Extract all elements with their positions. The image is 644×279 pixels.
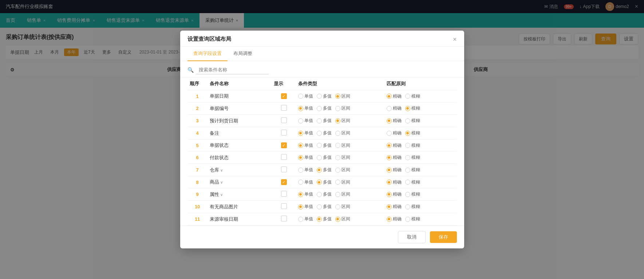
cell-display[interactable] [272, 115, 296, 127]
display-checkbox[interactable] [281, 93, 287, 99]
tab-query-settings[interactable]: 查询字段设置 [187, 47, 228, 61]
match-radio-exact[interactable]: 精确 [387, 130, 402, 136]
cell-display[interactable] [272, 188, 296, 201]
match-radio-exact[interactable]: 精确 [387, 167, 402, 173]
display-checkbox[interactable] [281, 105, 287, 111]
type-radio-range[interactable]: 区间 [335, 105, 350, 111]
type-radio-single[interactable]: 单值 [298, 204, 313, 210]
match-radio-exact[interactable]: 精确 [387, 216, 402, 222]
radio-circle-single [298, 217, 303, 222]
match-radio-fuzzy[interactable]: 模糊 [405, 93, 420, 99]
type-radio-multi[interactable]: 多值 [317, 179, 332, 185]
type-radio-single[interactable]: 单值 [298, 142, 313, 149]
type-radio-range[interactable]: 区间 [335, 154, 350, 161]
match-radio-fuzzy[interactable]: 模糊 [405, 204, 420, 210]
cell-display[interactable] [272, 152, 296, 164]
radio-label-multi: 多值 [323, 118, 332, 124]
radio-label-range: 区间 [341, 216, 350, 222]
cell-display[interactable] [272, 127, 296, 140]
type-radio-multi[interactable]: 多值 [317, 130, 332, 136]
cell-match: 精确模糊 [384, 213, 457, 225]
match-radio-fuzzy[interactable]: 模糊 [405, 130, 420, 136]
type-radio-single[interactable]: 单值 [298, 216, 313, 222]
radio-circle-range [335, 106, 340, 111]
match-radio-fuzzy[interactable]: 模糊 [405, 191, 420, 197]
type-radio-multi[interactable]: 多值 [317, 167, 332, 173]
display-checkbox[interactable] [281, 130, 287, 135]
cell-display[interactable] [272, 164, 296, 176]
display-checkbox[interactable] [281, 191, 287, 197]
type-radio-range[interactable]: 区间 [335, 204, 350, 210]
type-radio-range[interactable]: 区间 [335, 179, 350, 185]
modal-overlay: 设置查询区域布局 × 查询字段设置 布局调整 🔍 顺序 条件名称 [0, 0, 644, 279]
match-radio-fuzzy[interactable]: 模糊 [405, 118, 420, 124]
display-checkbox[interactable] [281, 166, 287, 172]
type-radio-multi[interactable]: 多值 [317, 191, 332, 197]
match-radio-exact[interactable]: 精确 [387, 142, 402, 149]
radio-label-multi: 多值 [323, 216, 332, 222]
match-radio-exact[interactable]: 精确 [387, 93, 402, 99]
type-radio-single[interactable]: 单值 [298, 154, 313, 161]
match-radio-fuzzy[interactable]: 模糊 [405, 167, 420, 173]
type-radio-multi[interactable]: 多值 [317, 93, 332, 99]
cell-display[interactable] [272, 213, 296, 225]
modal-close-btn[interactable]: × [453, 36, 457, 43]
display-checkbox[interactable] [281, 154, 287, 160]
display-checkbox[interactable] [281, 117, 287, 123]
cell-display[interactable] [272, 102, 296, 115]
type-radio-multi[interactable]: 多值 [317, 118, 332, 124]
type-radio-multi[interactable]: 多值 [317, 154, 332, 161]
type-radio-single[interactable]: 单值 [298, 167, 313, 173]
search-icon: 🔍 [187, 67, 194, 73]
type-radio-multi[interactable]: 多值 [317, 216, 332, 222]
type-radio-multi[interactable]: 多值 [317, 142, 332, 149]
type-radio-single[interactable]: 单值 [298, 118, 313, 124]
type-radio-range[interactable]: 区间 [335, 130, 350, 136]
radio-label-match-fuzzy: 模糊 [411, 142, 420, 149]
display-checkbox[interactable] [281, 216, 287, 221]
type-radio-multi[interactable]: 多值 [317, 204, 332, 210]
match-radio-fuzzy[interactable]: 模糊 [405, 142, 420, 149]
match-radio-fuzzy[interactable]: 模糊 [405, 154, 420, 161]
match-radio-exact[interactable]: 精确 [387, 191, 402, 197]
cell-display[interactable] [272, 201, 296, 213]
cell-display[interactable] [272, 90, 296, 102]
search-input[interactable] [196, 66, 269, 74]
cell-display[interactable] [272, 140, 296, 152]
radio-circle-match-fuzzy [405, 180, 410, 185]
type-radio-multi[interactable]: 多值 [317, 105, 332, 111]
radio-circle-range [335, 118, 340, 123]
type-radio-range[interactable]: 区间 [335, 93, 350, 99]
tab-layout-adjust[interactable]: 布局调整 [228, 47, 258, 61]
radio-circle-match-fuzzy [405, 168, 410, 173]
radio-label-match-fuzzy: 模糊 [411, 105, 420, 111]
radio-label-match-exact: 精确 [393, 167, 402, 173]
cell-name: 单据状态 [208, 140, 272, 152]
cell-display[interactable] [272, 176, 296, 188]
type-radio-single[interactable]: 单值 [298, 93, 313, 99]
match-radio-exact[interactable]: 精确 [387, 118, 402, 124]
type-radio-single[interactable]: 单值 [298, 179, 313, 185]
match-radio-exact[interactable]: 精确 [387, 179, 402, 185]
match-radio-exact[interactable]: 精确 [387, 105, 402, 111]
type-radio-single[interactable]: 单值 [298, 105, 313, 111]
type-radio-range[interactable]: 区间 [335, 118, 350, 124]
match-radio-fuzzy[interactable]: 模糊 [405, 216, 420, 222]
display-checkbox[interactable] [281, 203, 287, 209]
display-checkbox[interactable] [281, 179, 287, 185]
type-radio-range[interactable]: 区间 [335, 167, 350, 173]
radio-label-multi: 多值 [323, 142, 332, 149]
match-radio-exact[interactable]: 精确 [387, 204, 402, 210]
match-radio-fuzzy[interactable]: 模糊 [405, 179, 420, 185]
radio-label-match-exact: 精确 [393, 204, 402, 210]
cancel-btn[interactable]: 取消 [398, 231, 426, 243]
type-radio-range[interactable]: 区间 [335, 142, 350, 149]
display-checkbox[interactable] [281, 142, 287, 148]
match-radio-fuzzy[interactable]: 模糊 [405, 105, 420, 111]
match-radio-exact[interactable]: 精确 [387, 154, 402, 161]
save-btn[interactable]: 保存 [430, 231, 457, 243]
type-radio-range[interactable]: 区间 [335, 191, 350, 197]
type-radio-single[interactable]: 单值 [298, 191, 313, 197]
type-radio-single[interactable]: 单值 [298, 130, 313, 136]
type-radio-range[interactable]: 区间 [335, 216, 350, 222]
